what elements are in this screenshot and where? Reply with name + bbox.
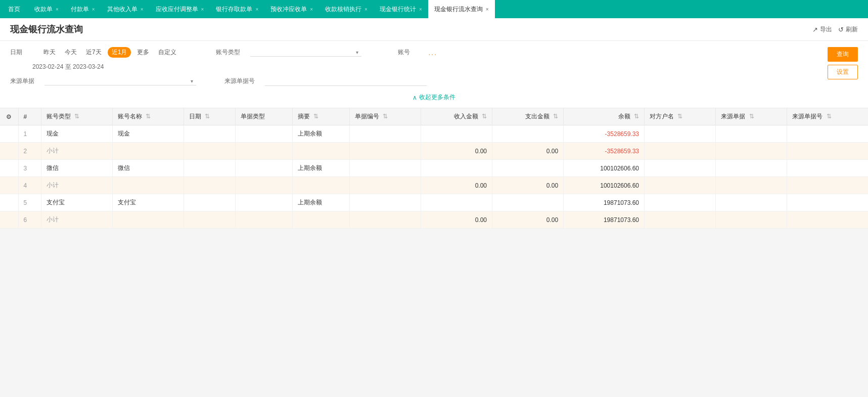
source-doc-no-input-wrap [265, 76, 427, 86]
cell-counterpart [645, 211, 716, 229]
col-gear[interactable]: ⚙ [0, 108, 18, 125]
col-doc-type[interactable]: 单据类型 [236, 108, 293, 125]
account-type-select[interactable]: ▾ [250, 49, 361, 57]
col-num: # [18, 108, 41, 125]
cell-doc-no [349, 143, 421, 160]
cell-expense [492, 125, 564, 143]
cell-balance: -3528659.33 [564, 143, 645, 160]
date-btn-today[interactable]: 今天 [62, 47, 80, 58]
close-icon-8[interactable]: × [486, 7, 489, 12]
sort-icon-summary: ⇅ [313, 113, 318, 120]
table-row: 5 支付宝 支付宝 上期余额 19871073.60 [0, 194, 868, 211]
cell-account-name: 微信 [112, 160, 184, 177]
nav-tab-0[interactable]: 收款单 × [28, 0, 65, 18]
sort-icon-date: ⇅ [205, 113, 210, 120]
cell-account-name: 支付宝 [112, 194, 184, 211]
refresh-label: 刷新 [846, 25, 858, 34]
date-btn-7days[interactable]: 近7天 [83, 47, 105, 58]
cell-num: 4 [18, 177, 41, 194]
cell-gear [0, 177, 18, 194]
close-icon-4[interactable]: × [255, 7, 258, 12]
top-nav: 首页 收款单 × 付款单 × 其他收入单 × 应收应付调整单 × 银行存取款单 … [0, 0, 868, 18]
cell-doc-no [349, 211, 421, 229]
col-account-name[interactable]: 账号名称 ⇅ [112, 108, 184, 125]
col-income[interactable]: 收入金额 ⇅ [421, 108, 492, 125]
data-table: ⚙ # 账号类型 ⇅ 账号名称 ⇅ 日期 ⇅ 单据类型 [0, 108, 868, 229]
cell-account-type: 小计 [41, 143, 112, 160]
cell-gear [0, 125, 18, 143]
sort-icon-doc-no: ⇅ [383, 113, 388, 120]
date-range-display: 2023-02-24 至 2023-03-24 [32, 63, 104, 71]
nav-tab-5[interactable]: 预收冲应收单 × [264, 0, 319, 18]
close-icon-0[interactable]: × [56, 7, 59, 12]
date-btn-1month[interactable]: 近1月 [108, 47, 131, 58]
date-btn-yesterday[interactable]: 昨天 [40, 47, 59, 58]
close-icon-7[interactable]: × [419, 7, 422, 12]
page-title: 现金银行流水查询 [10, 23, 83, 35]
cell-account-type: 小计 [41, 211, 112, 229]
close-icon-2[interactable]: × [141, 7, 144, 12]
col-source-doc-label: 来源单据 [721, 113, 745, 120]
cell-income: 0.00 [421, 143, 492, 160]
cell-num: 3 [18, 160, 41, 177]
cell-doc-type [236, 211, 293, 229]
source-doc-select[interactable]: ▾ [44, 77, 196, 85]
setting-button[interactable]: 设置 [828, 65, 858, 79]
date-btn-more[interactable]: 更多 [134, 47, 152, 58]
cell-gear [0, 211, 18, 229]
refresh-button[interactable]: ↺ 刷新 [838, 25, 858, 34]
col-source-doc-no[interactable]: 来源单据号 ⇅ [787, 108, 868, 125]
nav-tab-label-6: 收款核销执行 [325, 5, 361, 14]
nav-tab-6[interactable]: 收款核销执行 × [319, 0, 374, 18]
col-summary-label: 摘要 [298, 113, 310, 120]
nav-tab-4[interactable]: 银行存取款单 × [210, 0, 264, 18]
date-btn-custom[interactable]: 自定义 [155, 47, 179, 58]
nav-tab-label-2: 其他收入单 [107, 5, 138, 14]
table-body: 1 现金 现金 上期余额 -3528659.33 2 小计 0.00 0.00 … [0, 125, 868, 229]
close-icon-3[interactable]: × [201, 7, 204, 12]
cell-num: 6 [18, 211, 41, 229]
nav-tab-label-8: 现金银行流水查询 [434, 5, 483, 14]
query-button[interactable]: 查询 [828, 47, 858, 62]
nav-tab-8[interactable]: 现金银行流水查询 × [428, 0, 495, 18]
sort-icon-account-type: ⇅ [74, 113, 79, 120]
header-actions: ↗ 导出 ↺ 刷新 [812, 25, 858, 34]
col-balance[interactable]: 余额 ⇅ [564, 108, 645, 125]
nav-tab-3[interactable]: 应收应付调整单 × [150, 0, 210, 18]
col-balance-label: 余额 [618, 113, 630, 120]
sort-icon-counterpart: ⇅ [677, 113, 682, 120]
export-button[interactable]: ↗ 导出 [812, 25, 832, 34]
col-counterpart[interactable]: 对方户名 ⇅ [645, 108, 716, 125]
cell-date [184, 194, 236, 211]
close-icon-5[interactable]: × [310, 7, 313, 12]
close-icon-1[interactable]: × [92, 7, 95, 12]
cell-balance: 19871073.60 [564, 194, 645, 211]
cell-account-name: 现金 [112, 125, 184, 143]
cell-summary [292, 177, 349, 194]
close-icon-6[interactable]: × [364, 7, 368, 12]
cell-source-doc [716, 160, 787, 177]
date-filter-label: 日期 [10, 48, 30, 57]
col-account-type[interactable]: 账号类型 ⇅ [41, 108, 112, 125]
cell-doc-type [236, 160, 293, 177]
col-summary[interactable]: 摘要 ⇅ [292, 108, 349, 125]
gear-icon[interactable]: ⚙ [6, 113, 12, 120]
col-doc-no[interactable]: 单据编号 ⇅ [349, 108, 421, 125]
nav-tab-1[interactable]: 付款单 × [65, 0, 101, 18]
col-source-doc[interactable]: 来源单据 ⇅ [716, 108, 787, 125]
collapse-row[interactable]: ∧ 收起更多条件 [10, 93, 858, 102]
nav-tab-2[interactable]: 其他收入单 × [101, 0, 150, 18]
cell-source-doc-no [787, 194, 868, 211]
cell-counterpart [645, 143, 716, 160]
nav-home[interactable]: 首页 [0, 0, 28, 18]
account-more-button[interactable]: ... [428, 49, 437, 57]
col-doc-type-label: 单据类型 [241, 113, 265, 120]
table-row: 2 小计 0.00 0.00 -3528659.33 [0, 143, 868, 160]
button-actions: 查询 设置 [828, 47, 858, 79]
col-expense[interactable]: 支出金额 ⇅ [492, 108, 564, 125]
nav-tab-7[interactable]: 现金银行统计 × [374, 0, 428, 18]
cell-date [184, 160, 236, 177]
source-doc-no-input[interactable] [267, 77, 425, 84]
table-container: ⚙ # 账号类型 ⇅ 账号名称 ⇅ 日期 ⇅ 单据类型 [0, 108, 868, 229]
col-date[interactable]: 日期 ⇅ [184, 108, 236, 125]
